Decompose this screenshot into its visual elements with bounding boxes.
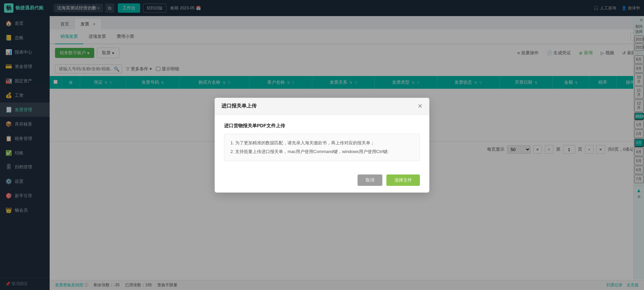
modal-select-file-button[interactable]: 选择文件 [386, 174, 420, 186]
modal-header: 进口报关单上传 ✕ [215, 98, 429, 115]
modal-overlay: 进口报关单上传 ✕ 进口货物报关单PDF文件上传 1. 为了更加精准的数据匹配，… [0, 0, 644, 290]
modal-title: 进口报关单上传 [221, 103, 257, 109]
upload-info-item-1: 1. 为了更加精准的数据匹配，请先录入海关缴款书，再上传对应的报关单； [230, 139, 414, 147]
modal-cancel-button[interactable]: 取消 [358, 174, 382, 186]
modal-body: 进口货物报关单PDF文件上传 1. 为了更加精准的数据匹配，请先录入海关缴款书，… [215, 115, 429, 169]
upload-section-title: 进口货物报关单PDF文件上传 [224, 123, 420, 129]
upload-info-item-2: 2. 支持批量上传进口报关单，mac用户使用Command键，windows用户… [230, 147, 414, 156]
upload-info-list: 1. 为了更加精准的数据匹配，请先录入海关缴款书，再上传对应的报关单； 2. 支… [230, 139, 414, 156]
upload-info-box: 1. 为了更加精准的数据匹配，请先录入海关缴款书，再上传对应的报关单； 2. 支… [224, 134, 420, 161]
modal-footer: 取消 选择文件 [215, 169, 429, 193]
modal-close-button[interactable]: ✕ [418, 102, 423, 110]
import-modal: 进口报关单上传 ✕ 进口货物报关单PDF文件上传 1. 为了更加精准的数据匹配，… [215, 98, 429, 193]
